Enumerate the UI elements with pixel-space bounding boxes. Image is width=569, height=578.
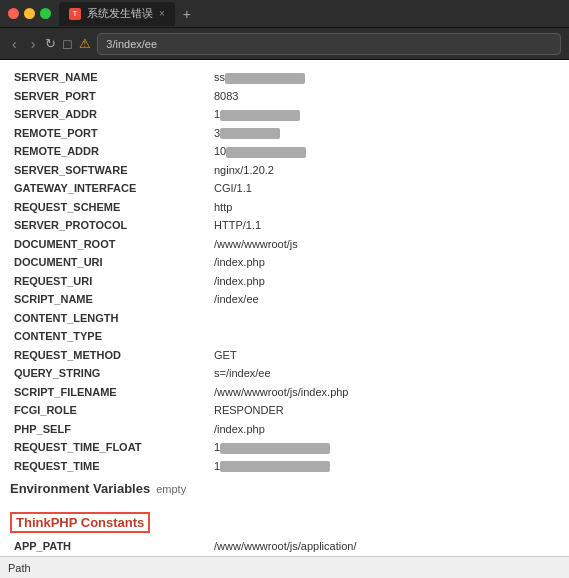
forward-button[interactable]: › xyxy=(27,34,40,54)
var-value: /index.php xyxy=(210,253,559,272)
var-key: GATEWAY_INTERFACE xyxy=(10,179,210,198)
table-row: SERVER_ADDR1████ xyxy=(10,105,559,124)
blurred-value: ████ xyxy=(225,73,305,84)
var-key: REQUEST_URI xyxy=(10,272,210,291)
var-key: REQUEST_METHOD xyxy=(10,346,210,365)
var-key: QUERY_STRING xyxy=(10,364,210,383)
table-row: GATEWAY_INTERFACECGI/1.1 xyxy=(10,179,559,198)
toolbar: ‹ › ↻ ◻ ⚠ xyxy=(0,28,569,60)
var-key: CONTENT_TYPE xyxy=(10,327,210,346)
var-value: 3████ xyxy=(210,124,559,143)
table-row: SCRIPT_NAME/index/ee xyxy=(10,290,559,309)
thinkphp-vars-table: APP_PATH/www/wwwroot/js/application/THIN… xyxy=(10,537,559,556)
status-bar: Path xyxy=(0,556,569,578)
table-row: QUERY_STRINGs=/index/ee xyxy=(10,364,559,383)
var-key: REQUEST_SCHEME xyxy=(10,198,210,217)
thinkphp-title: ThinkPHP Constants xyxy=(10,512,150,533)
var-key: REMOTE_PORT xyxy=(10,124,210,143)
minimize-light[interactable] xyxy=(24,8,35,19)
var-value: /index/ee xyxy=(210,290,559,309)
env-vars-title: Environment Variables xyxy=(10,481,150,496)
var-value xyxy=(210,309,559,328)
var-key: REMOTE_ADDR xyxy=(10,142,210,161)
close-light[interactable] xyxy=(8,8,19,19)
var-value: /www/wwwroot/js xyxy=(210,235,559,254)
var-key: FCGI_ROLE xyxy=(10,401,210,420)
var-value: 8083 xyxy=(210,87,559,106)
refresh-button[interactable]: ↻ xyxy=(45,36,56,51)
var-value: ss████ xyxy=(210,68,559,87)
blurred-value: ████ xyxy=(220,443,330,454)
blurred-value: ████ xyxy=(220,128,280,139)
var-key: REQUEST_TIME_FLOAT xyxy=(10,438,210,457)
var-value: /www/wwwroot/js/application/ xyxy=(210,537,559,556)
maximize-light[interactable] xyxy=(40,8,51,19)
browser-tab[interactable]: T 系统发生错误 × xyxy=(59,2,175,26)
traffic-lights xyxy=(8,8,51,19)
title-bar: T 系统发生错误 × + xyxy=(0,0,569,28)
var-value: s=/index/ee xyxy=(210,364,559,383)
tab-bar: T 系统发生错误 × + xyxy=(59,2,561,26)
server-vars-table: SERVER_NAMEss████SERVER_PORT8083SERVER_A… xyxy=(10,68,559,475)
var-key: CONTENT_LENGTH xyxy=(10,309,210,328)
url-bar[interactable] xyxy=(97,33,561,55)
var-value: 1████ xyxy=(210,105,559,124)
table-row: REMOTE_PORT3████ xyxy=(10,124,559,143)
tab-close-button[interactable]: × xyxy=(159,8,165,19)
var-value: /index.php xyxy=(210,420,559,439)
env-vars-empty: empty xyxy=(156,483,186,495)
var-value: /index.php xyxy=(210,272,559,291)
var-value: 1████ xyxy=(210,457,559,476)
var-key: PHP_SELF xyxy=(10,420,210,439)
var-key: DOCUMENT_URI xyxy=(10,253,210,272)
var-value: 1████ xyxy=(210,438,559,457)
tab-favicon: T xyxy=(69,8,81,20)
bookmark-button[interactable]: ◻ xyxy=(62,36,73,51)
content-area: SERVER_NAMEss████SERVER_PORT8083SERVER_A… xyxy=(0,60,569,556)
path-label: Path xyxy=(8,562,31,574)
tab-label: 系统发生错误 xyxy=(87,6,153,21)
blurred-value: ████ xyxy=(220,461,330,472)
var-key: SERVER_PROTOCOL xyxy=(10,216,210,235)
var-key: SCRIPT_FILENAME xyxy=(10,383,210,402)
thinkphp-section: ThinkPHP Constants xyxy=(10,504,559,537)
var-key: DOCUMENT_ROOT xyxy=(10,235,210,254)
var-value: nginx/1.20.2 xyxy=(210,161,559,180)
table-row: APP_PATH/www/wwwroot/js/application/ xyxy=(10,537,559,556)
var-value: GET xyxy=(210,346,559,365)
var-value: CGI/1.1 xyxy=(210,179,559,198)
var-key: SERVER_ADDR xyxy=(10,105,210,124)
table-row: REMOTE_ADDR10████ xyxy=(10,142,559,161)
var-value: 10████ xyxy=(210,142,559,161)
table-row: FCGI_ROLERESPONDER xyxy=(10,401,559,420)
table-row: CONTENT_TYPE xyxy=(10,327,559,346)
table-row: SERVER_PROTOCOLHTTP/1.1 xyxy=(10,216,559,235)
var-key: APP_PATH xyxy=(10,537,210,556)
var-value: http xyxy=(210,198,559,217)
var-value: RESPONDER xyxy=(210,401,559,420)
table-row: CONTENT_LENGTH xyxy=(10,309,559,328)
table-row: REQUEST_METHODGET xyxy=(10,346,559,365)
table-row: REQUEST_SCHEMEhttp xyxy=(10,198,559,217)
var-key: SCRIPT_NAME xyxy=(10,290,210,309)
table-row: SERVER_PORT8083 xyxy=(10,87,559,106)
var-value: /www/wwwroot/js/index.php xyxy=(210,383,559,402)
table-row: SERVER_SOFTWAREnginx/1.20.2 xyxy=(10,161,559,180)
var-value: HTTP/1.1 xyxy=(210,216,559,235)
back-button[interactable]: ‹ xyxy=(8,34,21,54)
table-row: DOCUMENT_URI/index.php xyxy=(10,253,559,272)
table-row: SERVER_NAMEss████ xyxy=(10,68,559,87)
table-row: DOCUMENT_ROOT/www/wwwroot/js xyxy=(10,235,559,254)
var-key: SERVER_PORT xyxy=(10,87,210,106)
var-key: SERVER_NAME xyxy=(10,68,210,87)
table-row: REQUEST_URI/index.php xyxy=(10,272,559,291)
blurred-value: ████ xyxy=(226,147,306,158)
var-value xyxy=(210,327,559,346)
table-row: SCRIPT_FILENAME/www/wwwroot/js/index.php xyxy=(10,383,559,402)
table-row: REQUEST_TIME1████ xyxy=(10,457,559,476)
warning-icon: ⚠ xyxy=(79,36,91,51)
var-key: SERVER_SOFTWARE xyxy=(10,161,210,180)
var-key: REQUEST_TIME xyxy=(10,457,210,476)
table-row: PHP_SELF/index.php xyxy=(10,420,559,439)
new-tab-button[interactable]: + xyxy=(179,6,195,22)
